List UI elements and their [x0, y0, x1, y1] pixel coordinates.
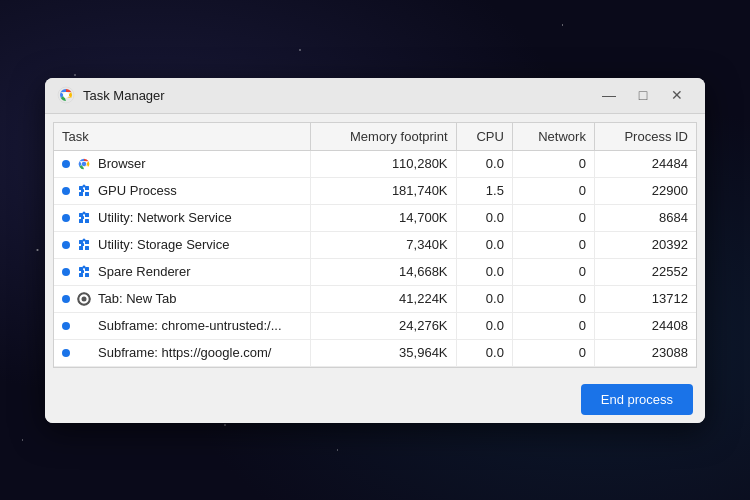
pid-cell: 13712 [594, 285, 696, 312]
puzzle-icon [76, 183, 92, 199]
task-icon-sync [76, 291, 92, 307]
table-row[interactable]: Subframe: https://google.com/ 35,964K 0.… [54, 339, 696, 366]
maximize-button[interactable]: □ [627, 85, 659, 105]
pid-cell: 22552 [594, 258, 696, 285]
puzzle-icon [76, 264, 92, 280]
table-row[interactable]: GPU Process 181,740K 1.5 0 22900 [54, 177, 696, 204]
memory-cell: 35,964K [311, 339, 456, 366]
svg-rect-12 [85, 219, 89, 223]
svg-rect-13 [83, 211, 86, 214]
task-cell: Subframe: https://google.com/ [54, 339, 311, 366]
close-button[interactable]: ✕ [661, 85, 693, 105]
task-icon-puzzle [76, 210, 92, 226]
minimize-button[interactable]: — [593, 85, 625, 105]
status-dot [62, 349, 70, 357]
pid-cell: 24408 [594, 312, 696, 339]
task-icon-puzzle [76, 237, 92, 253]
svg-rect-20 [79, 273, 83, 277]
task-name: Utility: Network Service [98, 210, 232, 225]
status-dot [62, 322, 70, 330]
svg-rect-5 [79, 192, 83, 196]
svg-rect-18 [83, 238, 86, 241]
cpu-cell: 0.0 [456, 258, 512, 285]
network-cell: 0 [512, 204, 594, 231]
svg-rect-11 [85, 213, 89, 217]
svg-rect-10 [79, 219, 83, 223]
svg-point-25 [82, 296, 87, 301]
cpu-cell: 1.5 [456, 177, 512, 204]
network-cell: 0 [512, 231, 594, 258]
window-title: Task Manager [83, 88, 585, 103]
network-cell: 0 [512, 312, 594, 339]
memory-cell: 110,280K [311, 150, 456, 177]
task-icon-none [76, 318, 92, 334]
task-cell: Browser [54, 150, 311, 177]
task-name: Subframe: chrome-untrusted:/... [98, 318, 282, 333]
puzzle-icon [76, 237, 92, 253]
table-row[interactable]: Spare Renderer 14,668K 0.0 0 22552 [54, 258, 696, 285]
svg-rect-8 [83, 184, 86, 187]
task-name: Tab: New Tab [98, 291, 177, 306]
memory-cell: 181,740K [311, 177, 456, 204]
task-cell: Utility: Storage Service [54, 231, 311, 258]
col-header-network[interactable]: Network [512, 123, 594, 151]
col-header-task[interactable]: Task [54, 123, 311, 151]
chrome-logo-icon [57, 86, 75, 104]
task-cell: GPU Process [54, 177, 311, 204]
table-header: Task Memory footprint CPU Network Proces… [54, 123, 696, 151]
pid-cell: 23088 [594, 339, 696, 366]
status-dot [62, 187, 70, 195]
status-dot [62, 295, 70, 303]
window-controls: — □ ✕ [593, 85, 693, 105]
col-header-memory[interactable]: Memory footprint [311, 123, 456, 151]
footer: End process [45, 376, 705, 423]
cpu-cell: 0.0 [456, 204, 512, 231]
svg-rect-6 [85, 186, 89, 190]
pid-cell: 22900 [594, 177, 696, 204]
network-cell: 0 [512, 339, 594, 366]
col-header-pid[interactable]: Process ID [594, 123, 696, 151]
table-row[interactable]: Tab: New Tab 41,224K 0.0 0 13712 [54, 285, 696, 312]
table-row[interactable]: Utility: Network Service 14,700K 0.0 0 8… [54, 204, 696, 231]
task-name: Spare Renderer [98, 264, 191, 279]
table-row[interactable]: Utility: Storage Service 7,340K 0.0 0 20… [54, 231, 696, 258]
end-process-button[interactable]: End process [581, 384, 693, 415]
table-row[interactable]: Subframe: chrome-untrusted:/... 24,276K … [54, 312, 696, 339]
svg-point-3 [82, 161, 86, 165]
status-dot [62, 160, 70, 168]
puzzle-icon [76, 210, 92, 226]
task-name: Subframe: https://google.com/ [98, 345, 271, 360]
pid-cell: 20392 [594, 231, 696, 258]
task-icon-puzzle [76, 183, 92, 199]
process-table: Task Memory footprint CPU Network Proces… [54, 123, 696, 367]
task-icon-puzzle [76, 264, 92, 280]
pid-cell: 24484 [594, 150, 696, 177]
task-icon-none [76, 345, 92, 361]
task-cell: Subframe: chrome-untrusted:/... [54, 312, 311, 339]
table-row[interactable]: Browser 110,280K 0.0 0 24484 [54, 150, 696, 177]
process-table-container: Task Memory footprint CPU Network Proces… [53, 122, 697, 368]
svg-rect-7 [85, 192, 89, 196]
svg-rect-21 [85, 267, 89, 271]
col-header-cpu[interactable]: CPU [456, 123, 512, 151]
status-dot [62, 268, 70, 276]
memory-cell: 7,340K [311, 231, 456, 258]
pid-cell: 8684 [594, 204, 696, 231]
table-body: Browser 110,280K 0.0 0 24484 GPU Process [54, 150, 696, 366]
svg-rect-22 [85, 273, 89, 277]
task-cell: Spare Renderer [54, 258, 311, 285]
task-icon-chrome [76, 156, 92, 172]
task-name: Browser [98, 156, 146, 171]
svg-rect-16 [85, 240, 89, 244]
memory-cell: 41,224K [311, 285, 456, 312]
status-dot [62, 241, 70, 249]
network-cell: 0 [512, 285, 594, 312]
memory-cell: 14,668K [311, 258, 456, 285]
cpu-cell: 0.0 [456, 285, 512, 312]
titlebar: Task Manager — □ ✕ [45, 78, 705, 114]
task-name: Utility: Storage Service [98, 237, 230, 252]
task-name: GPU Process [98, 183, 177, 198]
task-cell: Tab: New Tab [54, 285, 311, 312]
chrome-icon [76, 156, 92, 172]
task-manager-window: Task Manager — □ ✕ Task Memory footprint… [45, 78, 705, 423]
